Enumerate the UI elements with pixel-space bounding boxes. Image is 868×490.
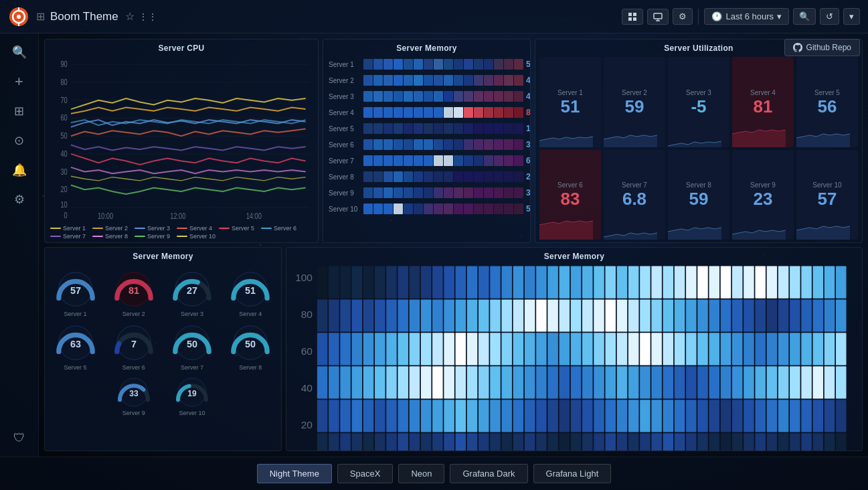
svg-text:63: 63 [70,339,81,349]
svg-rect-329 [640,433,650,451]
svg-rect-141 [594,299,604,331]
svg-marker-39 [539,221,593,240]
gauge-server10: 19 Server 10 [163,372,222,416]
svg-rect-102 [675,266,685,298]
svg-rect-89 [525,266,535,298]
svg-rect-171 [410,333,420,365]
svg-rect-86 [490,266,501,298]
share-button[interactable]: ⋮⋮ [139,11,157,22]
svg-rect-208 [836,333,847,365]
svg-rect-114 [813,266,824,298]
sidebar-item-admin[interactable]: 🛡 [6,424,33,451]
svg-rect-127 [432,299,443,331]
svg-rect-343 [801,433,812,451]
legend-server3: Server 3 [135,225,170,232]
svg-rect-140 [582,299,593,331]
svg-rect-289 [709,400,720,432]
heatmap-content: 100 80 60 40 20 0 -20 10:00 [286,262,862,451]
sidebar-item-alerts[interactable]: 🔔 [6,157,33,183]
svg-rect-156 [767,299,778,331]
svg-text:7: 7 [131,339,137,349]
add-panel-button[interactable] [622,9,643,25]
bottom-bar: Night Theme SpaceX Neon Grafana Dark Gra… [0,457,868,490]
sidebar-item-add[interactable]: + [6,68,33,95]
svg-rect-180 [513,333,524,365]
svg-rect-315 [479,433,489,451]
svg-rect-310 [421,433,432,451]
gauge-server4: 51 Server 4 [226,265,274,317]
svg-rect-240 [675,366,685,398]
svg-rect-200 [744,333,754,365]
topbar-right: ⚙ 🕐 Last 6 hours ▾ 🔍 ↺ ▾ [622,8,860,25]
tv-mode-button[interactable] [647,9,669,25]
theme-night[interactable]: Night Theme [257,464,332,483]
cpu-panel-title: Server CPU [45,39,318,54]
svg-rect-231 [571,366,582,398]
svg-rect-271 [501,400,512,432]
svg-rect-113 [801,266,812,298]
svg-text:14:00: 14:00 [246,212,262,220]
svg-rect-124 [398,299,408,331]
svg-rect-83 [456,266,466,298]
svg-rect-112 [790,266,800,298]
theme-grafana-light[interactable]: Grafana Light [533,464,612,483]
svg-rect-80 [421,266,432,298]
svg-rect-218 [421,366,432,398]
sidebar-item-dashboards[interactable]: ⊞ [6,98,33,125]
svg-rect-269 [479,400,489,432]
svg-rect-211 [340,366,351,398]
time-range-button[interactable]: 🕐 Last 6 hours ▾ [704,8,789,25]
svg-rect-79 [410,266,420,298]
zoom-out-button[interactable]: 🔍 [793,8,816,25]
svg-rect-272 [513,400,524,432]
svg-rect-92 [559,266,570,298]
svg-rect-336 [721,433,731,451]
gauge-server8: 50 Server 8 [226,319,274,371]
sidebar-item-settings[interactable]: ⚙ [6,186,33,213]
sidebar-item-explore[interactable]: ⊙ [6,127,33,154]
star-button[interactable]: ☆ [125,10,135,23]
topbar: ⊞ Boom Theme ☆ ⋮⋮ ⚙ 🕐 Last 6 hours ▾ 🔍 ↺… [0,0,868,33]
theme-neon[interactable]: Neon [398,464,444,483]
svg-rect-286 [675,400,685,432]
svg-rect-132 [490,299,501,331]
row2: Server Memory 57 [44,247,863,451]
svg-rect-243 [709,366,720,398]
svg-text:20: 20 [301,419,313,430]
svg-rect-78 [398,266,408,298]
util-server10: Server 10 57 [796,150,858,240]
clock-icon: 🕐 [711,11,722,21]
svg-rect-226 [513,366,524,398]
sidebar-item-search[interactable]: 🔍 [6,39,33,66]
theme-grafana-dark[interactable]: Grafana Dark [450,464,527,483]
heatmap-panel-title: Server Memory [286,248,862,262]
more-button[interactable]: ▾ [843,8,860,25]
main-area: 🔍 + ⊞ ⊙ 🔔 ⚙ 🛡 Github Repo Server CPU [0,33,868,457]
svg-text:20: 20 [60,185,67,193]
svg-rect-142 [606,299,616,331]
svg-rect-341 [778,433,789,451]
svg-text:50: 50 [245,339,256,349]
settings-button[interactable]: ⚙ [673,8,693,25]
svg-rect-342 [790,433,800,451]
github-repo-button[interactable]: Github Repo [784,39,860,56]
svg-rect-273 [525,400,535,432]
svg-rect-143 [617,299,628,331]
svg-rect-201 [755,333,766,365]
svg-rect-9 [654,13,662,19]
refresh-button[interactable]: ↺ [820,8,839,25]
svg-rect-81 [432,266,443,298]
svg-rect-302 [329,433,339,451]
svg-rect-173 [432,333,443,365]
svg-rect-296 [790,400,800,432]
svg-rect-146 [651,299,662,331]
svg-rect-184 [559,333,570,365]
memory-row-s4: Server 4 82 [329,105,525,120]
time-range-label: Last 6 hours [725,11,774,21]
svg-rect-313 [456,433,466,451]
svg-rect-319 [525,433,535,451]
svg-rect-129 [456,299,466,331]
svg-rect-326 [606,433,616,451]
theme-spacex[interactable]: SpaceX [337,464,394,483]
svg-rect-189 [617,333,628,365]
